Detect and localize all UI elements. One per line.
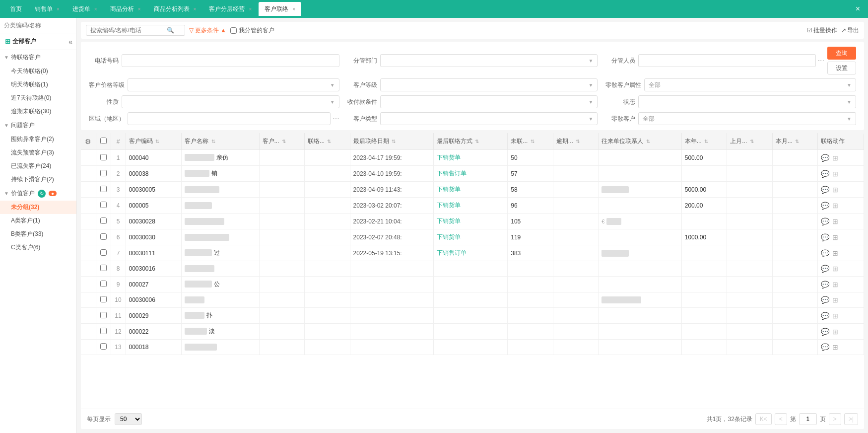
row-checkbox[interactable]	[100, 296, 107, 302]
chat-action-icon[interactable]: 💬	[821, 265, 829, 273]
row-last-method[interactable]	[434, 261, 508, 277]
last-method-link[interactable]: 下销货单	[437, 217, 461, 224]
last-method-link[interactable]: 下销货单	[437, 186, 461, 193]
more-action-icon[interactable]: ⊞	[832, 217, 838, 225]
chat-action-icon[interactable]: 💬	[821, 343, 829, 351]
sidebar-item-churn-warning[interactable]: 流失预警客户(3)	[0, 146, 76, 159]
more-action-icon[interactable]: ⊞	[832, 328, 838, 336]
row-check[interactable]	[96, 340, 111, 355]
row-checkbox[interactable]	[100, 249, 107, 256]
row-last-method[interactable]: 下销货单	[434, 182, 508, 198]
sidebar-item-a-class[interactable]: A类客户(1)	[0, 214, 76, 227]
sidebar-item-b-class[interactable]: B类客户(33)	[0, 227, 76, 241]
more-action-icon[interactable]: ⊞	[832, 249, 838, 257]
export-btn[interactable]: ↗ 导出	[841, 26, 859, 35]
search-input[interactable]	[90, 27, 165, 34]
row-checkbox[interactable]	[100, 328, 107, 334]
chat-action-icon[interactable]: 💬	[821, 154, 829, 162]
more-action-icon[interactable]: ⊞	[832, 170, 838, 178]
manager-dots-btn[interactable]: ···	[818, 56, 824, 65]
payment-select[interactable]: ▼	[380, 95, 598, 108]
row-check[interactable]	[96, 229, 111, 245]
tab-purchase[interactable]: 进货单 ×	[67, 2, 103, 16]
region-dots-btn[interactable]: ···	[333, 114, 339, 123]
row-checkbox[interactable]	[100, 343, 107, 350]
sidebar-group-problem[interactable]: ▼ 问题客户	[0, 118, 76, 133]
sidebar-collapse-icon[interactable]: «	[68, 38, 72, 46]
close-customer-tier-tab[interactable]: ×	[249, 6, 252, 12]
sidebar-item-churned[interactable]: 已流失客户(24)	[0, 159, 76, 173]
more-action-icon[interactable]: ⊞	[832, 281, 838, 289]
last-page-btn[interactable]: >|	[844, 413, 858, 425]
more-conditions-btn[interactable]: ▽ 更多条件 ▲	[189, 26, 226, 35]
last-method-link[interactable]: 下销售订单	[437, 170, 467, 177]
row-checkbox[interactable]	[100, 170, 107, 176]
th-contact[interactable]: 联络... ⇅	[305, 133, 350, 150]
row-last-method[interactable]: 下销售订单	[434, 245, 508, 261]
close-product-analysis-tab[interactable]: ×	[138, 6, 141, 12]
customer-type-select[interactable]: ▼	[380, 112, 598, 125]
sidebar-group-pending[interactable]: ▼ 待联络客户	[0, 50, 76, 65]
more-action-icon[interactable]: ⊞	[832, 154, 838, 162]
row-check[interactable]	[96, 292, 111, 308]
row-check[interactable]	[96, 166, 111, 182]
close-purchase-tab[interactable]: ×	[94, 6, 97, 12]
row-check[interactable]	[96, 214, 111, 229]
row-checkbox[interactable]	[100, 233, 107, 240]
sidebar-search-input[interactable]	[4, 22, 77, 29]
scattered-select[interactable]: 全部 ▼	[638, 112, 856, 125]
chat-action-icon[interactable]: 💬	[821, 312, 829, 320]
row-checkbox[interactable]	[100, 154, 107, 160]
more-action-icon[interactable]: ⊞	[832, 186, 838, 194]
row-check[interactable]	[96, 198, 111, 214]
manager-input[interactable]	[638, 54, 815, 67]
value-refresh-icon[interactable]: ↻	[38, 190, 46, 198]
close-customer-contact-tab[interactable]: ×	[292, 6, 295, 12]
more-action-icon[interactable]: ⊞	[832, 202, 838, 210]
chat-action-icon[interactable]: 💬	[821, 170, 829, 178]
chat-action-icon[interactable]: 💬	[821, 217, 829, 225]
more-action-icon[interactable]: ⊞	[832, 265, 838, 273]
prev-page-btn[interactable]: <	[775, 413, 787, 425]
th-unlinked[interactable]: 未联... ⇅	[508, 133, 553, 150]
region-input[interactable]	[128, 112, 331, 125]
page-input[interactable]	[799, 413, 817, 425]
chat-action-icon[interactable]: 💬	[821, 328, 829, 336]
row-last-method[interactable]: 下销货单	[434, 150, 508, 166]
th-contacts-person[interactable]: 往来单位联系人 ⇅	[599, 133, 681, 150]
gear-icon[interactable]: ⚙	[85, 138, 91, 145]
sidebar-item-abnormal[interactable]: 囤购异常客户(2)	[0, 133, 76, 146]
th-last-date[interactable]: 最后联络日期 ⇅	[350, 133, 434, 150]
table-scroll-area[interactable]: ⚙ # 客户编码 ⇅ 客户名称	[81, 133, 864, 409]
tab-customer-contact[interactable]: 客户联络 ×	[259, 2, 301, 16]
scattered-attr-select[interactable]: 全部 ▼	[644, 78, 856, 91]
row-check[interactable]	[96, 261, 111, 277]
row-check[interactable]	[96, 150, 111, 166]
last-method-link[interactable]: 下销货单	[437, 154, 461, 161]
per-page-select[interactable]: 50 100 200	[115, 413, 142, 425]
row-check[interactable]	[96, 182, 111, 198]
close-sales-tab[interactable]: ×	[57, 6, 60, 12]
th-customer-level[interactable]: 客户... ⇅	[259, 133, 305, 150]
row-last-method[interactable]: 下销售订单	[434, 166, 508, 182]
query-button[interactable]: 查询	[827, 47, 856, 60]
chat-action-icon[interactable]: 💬	[821, 296, 829, 304]
sidebar-item-ungrouped[interactable]: 未分组(32)	[0, 201, 76, 214]
reset-button[interactable]: 设置	[827, 62, 856, 74]
sidebar-item-today-pending[interactable]: 今天待联络(0)	[0, 65, 76, 78]
sidebar-group-value[interactable]: ▼ 价值客户 ↻ ●	[0, 186, 76, 201]
tab-sales[interactable]: 销售单 ×	[29, 2, 66, 16]
row-checkbox[interactable]	[100, 281, 107, 287]
last-method-link[interactable]: 下销售订单	[437, 249, 467, 256]
row-last-method[interactable]	[434, 277, 508, 292]
sidebar-all-customers[interactable]: ⊞ 全部客户 «	[0, 33, 76, 50]
phone-input[interactable]	[122, 54, 339, 67]
more-action-icon[interactable]: ⊞	[832, 312, 838, 320]
chat-action-icon[interactable]: 💬	[821, 249, 829, 257]
last-method-link[interactable]: 下销货单	[437, 233, 461, 240]
chat-action-icon[interactable]: 💬	[821, 281, 829, 289]
th-overdue[interactable]: 逾期... ⇅	[553, 133, 599, 150]
last-method-link[interactable]: 下销货单	[437, 202, 461, 209]
row-last-method[interactable]	[434, 292, 508, 308]
row-check[interactable]	[96, 277, 111, 292]
